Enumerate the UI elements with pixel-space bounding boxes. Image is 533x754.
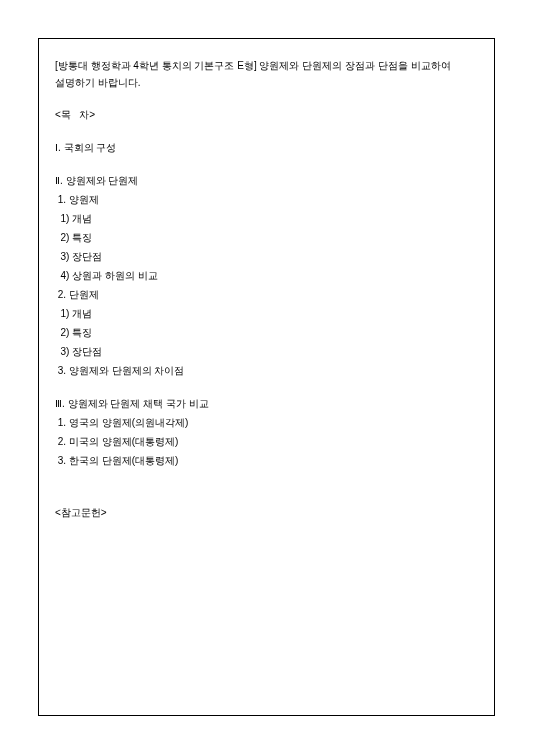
section-3-item-2: 2. 미국의 양원제(대통령제) (55, 432, 478, 451)
section-2-item-1: 1. 양원제 (55, 190, 478, 209)
document-title: [방통대 행정학과 4학년 통치의 기본구조 E형] 양원제와 단원제의 장점과… (55, 57, 478, 91)
section-2-item-2: 2. 단원제 (55, 285, 478, 304)
references-heading: <참고문헌> (55, 503, 478, 522)
title-line-1: [방통대 행정학과 4학년 통치의 기본구조 E형] 양원제와 단원제의 장점과… (55, 60, 451, 71)
section-1: Ⅰ. 국회의 구성 (55, 138, 478, 157)
section-2: Ⅱ. 양원제와 단원제 1. 양원제 1) 개념 2) 특징 3) 장단점 4)… (55, 171, 478, 380)
document-page: [방통대 행정학과 4학년 통치의 기본구조 E형] 양원제와 단원제의 장점과… (38, 38, 495, 716)
section-3-item-3: 3. 한국의 단원제(대통령제) (55, 451, 478, 470)
section-2-heading: Ⅱ. 양원제와 단원제 (55, 171, 478, 190)
section-3: Ⅲ. 양원제와 단원제 채택 국가 비교 1. 영국의 양원제(의원내각제) 2… (55, 394, 478, 470)
section-2-item-2-1: 1) 개념 (55, 304, 478, 323)
section-2-item-1-4: 4) 상원과 하원의 비교 (55, 266, 478, 285)
section-2-item-2-3: 3) 장단점 (55, 342, 478, 361)
section-2-item-1-1: 1) 개념 (55, 209, 478, 228)
section-2-item-1-2: 2) 특징 (55, 228, 478, 247)
section-1-heading: Ⅰ. 국회의 구성 (55, 138, 478, 157)
section-2-item-3: 3. 양원제와 단원제의 차이점 (55, 361, 478, 380)
section-2-item-2-2: 2) 특징 (55, 323, 478, 342)
title-line-2: 설명하기 바랍니다. (55, 77, 141, 88)
toc-header: <목 차> (55, 105, 478, 124)
section-3-item-1: 1. 영국의 양원제(의원내각제) (55, 413, 478, 432)
section-2-item-1-3: 3) 장단점 (55, 247, 478, 266)
section-3-heading: Ⅲ. 양원제와 단원제 채택 국가 비교 (55, 394, 478, 413)
